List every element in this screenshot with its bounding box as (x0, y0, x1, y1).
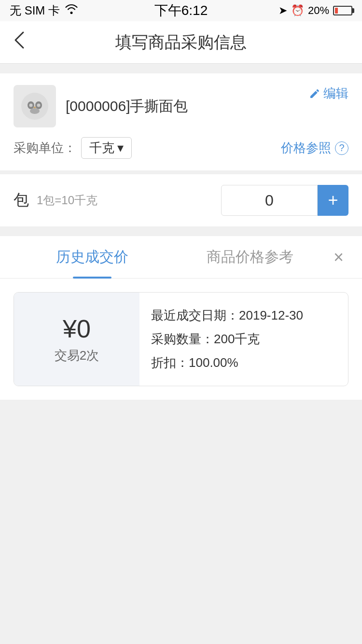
back-button[interactable] (14, 30, 25, 54)
unit-label: 采购单位： (14, 140, 76, 156)
product-name: [0000006]手撕面包 (66, 97, 188, 116)
unit-left: 采购单位： 千克 ▾ (14, 137, 132, 159)
recent-date-value: 2019-12-30 (239, 308, 303, 322)
transaction-price: ¥0 (63, 314, 91, 343)
unit-select-dropdown[interactable]: 千克 ▾ (81, 137, 132, 159)
qty-unit-name: 包 (14, 190, 29, 211)
product-unit-row: 采购单位： 千克 ▾ 价格参照 ? (14, 137, 348, 159)
alarm-icon: ⏰ (291, 4, 304, 17)
battery-percent: 20% (308, 4, 329, 17)
price-ref-label: 价格参照 (281, 140, 331, 156)
quantity-row: 包 1包=10千克 0 + (0, 174, 362, 226)
carrier-label: 无 SIM 卡 (10, 3, 60, 18)
purchase-qty-row: 采购数量：200千克 (151, 331, 336, 348)
product-card: [0000006]手撕面包 编辑 采购单位： 千克 ▾ 价格参照 ? (0, 73, 362, 170)
transaction-right: 最近成交日期：2019-12-30 采购数量：200千克 折扣：100.00% (139, 293, 348, 386)
plus-icon: + (328, 190, 338, 210)
quantity-plus-button[interactable]: + (318, 185, 348, 216)
product-left: [0000006]手撕面包 (14, 85, 188, 127)
dropdown-icon: ▾ (117, 140, 124, 155)
quantity-input[interactable]: 0 (221, 185, 318, 216)
unit-value: 千克 (89, 140, 114, 156)
transaction-count: 交易2次 (55, 347, 99, 364)
page-title: 填写商品采购信息 (115, 31, 247, 54)
discount-row: 折扣：100.00% (151, 354, 336, 371)
svg-point-4 (37, 104, 41, 107)
tab-product-price-ref[interactable]: 商品价格参考 (171, 236, 328, 279)
status-left: 无 SIM 卡 (10, 3, 78, 18)
purchase-qty-value: 200千克 (214, 332, 260, 346)
bottom-space (0, 400, 362, 644)
svg-point-5 (30, 108, 40, 114)
tab-history-price[interactable]: 历史成交价 (14, 236, 171, 279)
tabs-section: 历史成交价 商品价格参考 × ¥0 交易2次 最近成交日期：2019-12-30… (0, 236, 362, 400)
nav-bar: 填写商品采购信息 (0, 21, 362, 64)
tabs-header: 历史成交价 商品价格参考 × (0, 236, 362, 279)
recent-date-row: 最近成交日期：2019-12-30 (151, 307, 336, 324)
quantity-label: 包 1包=10千克 (14, 190, 97, 211)
qty-conversion-text: 1包=10千克 (37, 193, 97, 208)
divider (0, 170, 362, 174)
status-time: 下午6:12 (154, 1, 208, 20)
purchase-qty-label: 采购数量： (151, 332, 214, 346)
discount-value: 100.00% (189, 355, 238, 370)
quantity-control: 0 + (221, 185, 348, 216)
svg-point-3 (29, 104, 33, 107)
discount-label: 折扣： (151, 355, 189, 370)
location-icon: ➤ (278, 4, 287, 17)
tab-close-button[interactable]: × (329, 242, 348, 272)
price-reference-button[interactable]: 价格参照 ? (281, 140, 348, 156)
status-right: ➤ ⏰ 20% (278, 4, 352, 17)
transaction-content: ¥0 交易2次 最近成交日期：2019-12-30 采购数量：200千克 折扣：… (0, 279, 362, 400)
battery-icon (333, 6, 352, 15)
edit-button[interactable]: 编辑 (309, 85, 348, 102)
status-bar: 无 SIM 卡 下午6:12 ➤ ⏰ 20% (0, 0, 362, 21)
price-ref-help-icon: ? (335, 141, 348, 155)
product-image (14, 85, 56, 127)
wifi-icon (65, 4, 78, 17)
recent-date-label: 最近成交日期： (151, 308, 239, 322)
transaction-left: ¥0 交易2次 (14, 293, 139, 386)
transaction-card: ¥0 交易2次 最近成交日期：2019-12-30 采购数量：200千克 折扣：… (14, 292, 348, 386)
